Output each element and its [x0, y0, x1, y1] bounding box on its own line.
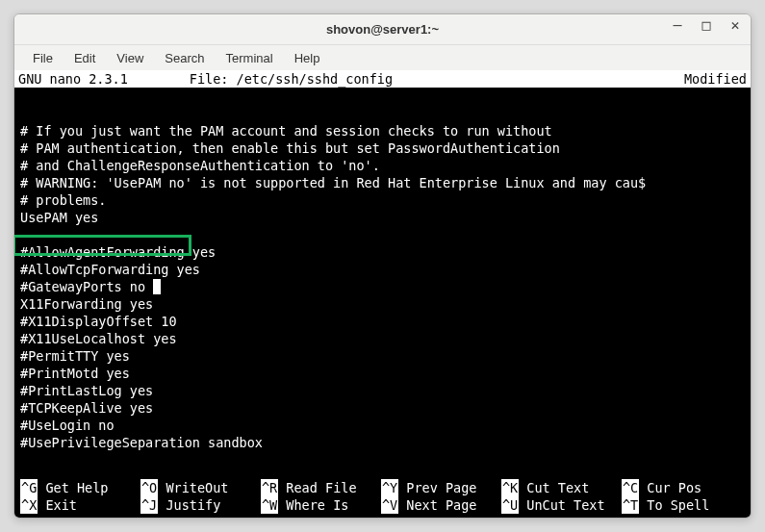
nano-file-path: File: /etc/ssh/sshd_config [132, 70, 680, 88]
line: #X11UseLocalhost yes [20, 331, 177, 346]
shortcut-desc: Prev Page [398, 479, 484, 496]
line: UsePAM yes [20, 210, 98, 225]
menubar: File Edit View Search Terminal Help [14, 45, 751, 70]
shortcut-desc: UnCut Text [519, 496, 604, 514]
line: # PAM authentication, then enable this b… [20, 140, 560, 156]
minimize-icon[interactable]: — [668, 16, 687, 34]
editor-content[interactable]: # If you just want the PAM account and s… [14, 88, 751, 469]
line: #X11DisplayOffset 10 [20, 314, 177, 329]
terminal-window: shovon@server1:~ — □ ✕ File Edit View Se… [13, 13, 752, 519]
menu-search[interactable]: Search [156, 48, 213, 68]
shortcut-desc: WriteOut [158, 479, 243, 496]
shortcut-desc: Where Is [278, 496, 364, 514]
nano-status: Modified [680, 70, 751, 88]
shortcut-key: ^J [140, 496, 158, 514]
shortcut-key: ^V [381, 496, 398, 514]
shortcut-key: ^G [20, 479, 38, 496]
line: #PrintMotd yes [20, 366, 130, 381]
shortcut-key: ^C [622, 479, 639, 496]
nano-header: GNU nano 2.3.1 File: /etc/ssh/sshd_confi… [14, 70, 751, 88]
nano-app-name: GNU nano 2.3.1 [14, 70, 132, 88]
line: # If you just want the PAM account and s… [20, 123, 552, 139]
shortcut-key: ^O [140, 479, 158, 496]
shortcut-key: ^R [261, 479, 278, 496]
line: #AllowTcpForwarding yes [20, 262, 200, 277]
line: #AllowAgentForwarding yes [20, 244, 216, 260]
shortcut-desc: Justify [158, 496, 243, 514]
line: # problems. [20, 192, 106, 208]
shortcut-desc: Cut Text [519, 479, 604, 496]
menu-help[interactable]: Help [286, 48, 329, 68]
terminal-area[interactable]: GNU nano 2.3.1 File: /etc/ssh/sshd_confi… [14, 70, 751, 518]
maximize-icon[interactable]: □ [697, 16, 716, 34]
shortcut-key: ^T [622, 496, 639, 514]
cursor-icon [153, 279, 161, 294]
shortcut-key: ^U [501, 496, 519, 514]
shortcut-desc: Get Help [38, 479, 123, 496]
line: #UseLogin no [20, 418, 115, 433]
line: #PrintLastLog yes [20, 383, 153, 398]
shortcut-desc: Read File [278, 479, 364, 496]
titlebar[interactable]: shovon@server1:~ — □ ✕ [14, 14, 751, 45]
menu-edit[interactable]: Edit [65, 48, 104, 68]
line: X11Forwarding yes [20, 296, 153, 312]
nano-shortcuts: ^G Get Help ^O WriteOut ^R Read File ^Y … [20, 479, 745, 514]
menu-terminal[interactable]: Terminal [217, 48, 282, 68]
close-icon[interactable]: ✕ [726, 16, 745, 34]
line: #UsePrivilegeSeparation sandbox [20, 435, 263, 450]
line: # WARNING: 'UsePAM no' is not supported … [20, 175, 646, 190]
line: #TCPKeepAlive yes [20, 400, 153, 416]
window-controls: — □ ✕ [668, 16, 745, 34]
shortcut-key: ^Y [381, 479, 398, 496]
window-title: shovon@server1:~ [326, 22, 439, 37]
shortcut-desc: To Spell [639, 496, 725, 514]
shortcut-desc: Cur Pos [639, 479, 725, 496]
shortcut-row-2: ^X Exit ^J Justify ^W Where Is ^V Next P… [20, 496, 745, 514]
menu-view[interactable]: View [108, 48, 152, 68]
shortcut-key: ^W [261, 496, 278, 514]
line: #PermitTTY yes [20, 348, 130, 364]
menu-file[interactable]: File [24, 48, 62, 68]
line: # and ChallengeResponseAuthentication to… [20, 158, 380, 173]
shortcut-row-1: ^G Get Help ^O WriteOut ^R Read File ^Y … [20, 479, 745, 496]
shortcut-key: ^K [501, 479, 519, 496]
shortcut-desc: Exit [38, 496, 123, 514]
shortcut-key: ^X [20, 496, 38, 514]
shortcut-desc: Next Page [398, 496, 484, 514]
highlighted-line: #GatewayPorts no [20, 279, 153, 294]
